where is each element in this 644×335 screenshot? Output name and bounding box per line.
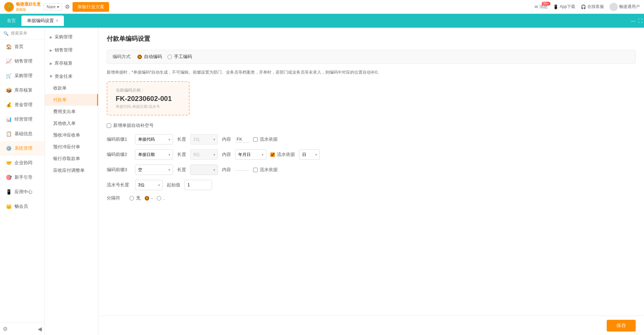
content-3-label: 内容 [222,167,231,173]
prefix-1-select[interactable]: 单据代码 单据日期 空 [135,134,173,145]
sub-item-expense[interactable]: 费用支出单 [45,106,98,118]
sidebar-item-member[interactable]: 👑 畅会员 [0,199,45,214]
prefix-2-select[interactable]: 单据日期 单据代码 空 [135,149,173,160]
sidebar-item-app[interactable]: 📱 应用中心 [0,185,45,199]
trial-button[interactable]: 体验行业方案 [73,2,109,12]
stream-3-checkbox-label[interactable]: 流水依据 [253,167,278,173]
auto-encode-radio[interactable]: 自动编码 [137,54,162,60]
maximize-icon[interactable]: ⛶ [638,18,643,24]
content-3-value [235,169,249,171]
sidebar-item-sales[interactable]: 📈 销售管理 [0,54,45,68]
stream-3-checkbox[interactable] [253,168,258,172]
collapse-icon[interactable]: ◀ [38,326,42,332]
save-button[interactable]: 保存 [607,320,636,332]
content-1-value: FK [235,136,249,143]
sidebar-item-business[interactable]: 📊 经营管理 [0,112,45,127]
sub-group-inventory-title[interactable]: ▶ 库存核算 [45,57,98,69]
sep-dash-input[interactable] [145,196,149,201]
serial-length-label: 流水号长度 [107,182,131,188]
sub-item-bank[interactable]: 银行存取款单 [45,153,98,165]
manual-encode-input[interactable] [167,55,172,59]
business-icon: 📊 [6,116,12,122]
app-download-button[interactable]: 📱 App下载 [553,4,575,10]
length-1-label: 长度 [177,136,186,142]
company-name: Nare [47,4,56,9]
manual-encode-radio[interactable]: 手工编码 [167,54,192,60]
capital-icon: 💰 [6,102,12,108]
sep-dot-radio[interactable]: . [157,196,165,201]
sidebar-item-inventory[interactable]: 📦 库存核算 [0,83,45,97]
length-1-select: 2位 [190,134,218,145]
sep-none-input[interactable] [129,196,134,201]
prefix-3-select-wrap: 空 单据代码 单据日期 ▾ [135,165,173,175]
tab-close-icon[interactable]: × [56,18,58,23]
length-3-select[interactable] [190,165,218,175]
content-2-select-wrap: 年月日 年月 年 ▾ [235,149,266,160]
length-1-wrap: 2位 ▾ [190,134,218,145]
auto-fill-section: 新增单据自动补空号 [107,122,636,129]
sub-group-sales: ▶ 销售管理 [45,44,98,56]
user-avatar [609,3,618,11]
stream-1-checkbox[interactable] [253,137,258,142]
content-2-label: 内容 [222,151,231,158]
sub-item-other-income[interactable]: 其他收入单 [45,118,98,129]
sub-group-sales-title[interactable]: ▶ 销售管理 [45,44,98,56]
length-2-wrap: 8位 ▾ [190,149,218,160]
user-menu[interactable]: 畅捷通用户 [609,3,640,11]
start-value-input[interactable] [184,180,212,190]
minimize-icon[interactable]: — [631,18,635,24]
auto-fill-checkbox[interactable] [107,123,111,128]
system-icon: ⚙️ [6,145,12,151]
chevron-right-icon2: ▶ [50,48,52,52]
bottom-bar: 保存 [98,316,644,335]
sidebar-item-system[interactable]: ⚙️ 系统管理 [0,141,45,156]
sidebar-item-capital[interactable]: 💰 资金管理 [0,97,45,112]
center-area: ▶ 采购管理 ▶ 销售管理 ▶ 库存核算 ▶ 资金往来 [45,28,644,335]
search-menu[interactable]: 🔍 搜索菜单 [0,28,45,39]
sidebar-item-purchase[interactable]: 🛒 采购管理 [0,68,45,83]
sub-group-purchase: ▶ 采购管理 [45,31,98,43]
stream-2-checkbox[interactable] [270,152,275,157]
stream-2-unit-select[interactable]: 日 月 年 [299,149,320,160]
serial-length-select[interactable]: 3位 4位 5位 [135,180,163,190]
sep-none-radio[interactable]: 无 [129,195,141,201]
settings-bottom-icon[interactable]: ⚙ [3,326,8,332]
length-2-select: 8位 [190,149,218,160]
stream-1-checkbox-label[interactable]: 流水依据 [253,136,278,142]
content-area: 付款单编码设置 编码方式 自动编码 手工编码 [98,28,644,316]
search-icon: 🔍 [3,31,9,36]
sidebar-item-home[interactable]: 🏠 首页 [0,39,45,54]
sub-group-purchase-title[interactable]: ▶ 采购管理 [45,31,98,43]
sidebar-item-guide[interactable]: 🎯 新手引导 [0,170,45,185]
sales-icon: 📈 [6,58,12,64]
sep-dot-input[interactable] [157,196,161,201]
message-icon: ✉ [535,4,538,9]
sub-item-payment[interactable]: 付款单 [45,94,98,106]
sub-item-prepay-receipt[interactable]: 预收冲应收单 [45,129,98,141]
company-select[interactable]: Nare ▾ [44,3,62,10]
tab-setting[interactable]: 单据编码设置 × [21,16,64,26]
sub-item-receipt[interactable]: 收款单 [45,82,98,94]
auto-encode-input[interactable] [137,55,142,59]
online-service-button[interactable]: 🎧 在线客服 [581,4,604,10]
chevron-down-icon2: ▶ [49,75,53,78]
inventory-icon: 📦 [6,87,12,93]
sep-dash-radio[interactable]: - [145,196,153,201]
tab-home[interactable]: 首页 [1,16,21,26]
prefix-2-label: 编码前缀2 [107,151,131,158]
gear-icon[interactable]: ⚙ [65,3,70,10]
separator-label: 分隔符 [107,195,124,201]
sidebar-item-enterprise[interactable]: 🤝 企业协同 [0,156,45,170]
stream-2-checkbox-label[interactable]: 流水依据 [270,151,295,158]
preview-desc: 单据代码-单据日期-流水号 [116,104,181,109]
prefix-3-select[interactable]: 空 单据代码 单据日期 [135,165,173,175]
preview-label: 当前编码示例： [116,87,181,93]
sub-item-prepay-payment[interactable]: 预付冲应付单 [45,141,98,153]
message-button[interactable]: ✉ 消息 99+ [535,4,548,10]
sidebar-item-basic[interactable]: 📋 基础信息 [0,127,45,141]
content-2-select[interactable]: 年月日 年月 年 [235,149,266,160]
top-bar: 🍀 畅捷通好生意 旗舰版 Nare ▾ ⚙ 体验行业方案 ✉ 消息 99+ 📱 … [0,0,644,14]
sub-group-capital-title[interactable]: ▶ 资金往来 [45,71,98,82]
sub-item-adjust[interactable]: 应收应付调整单 [45,165,98,176]
encode-method-section: 编码方式 自动编码 手工编码 [107,50,636,64]
